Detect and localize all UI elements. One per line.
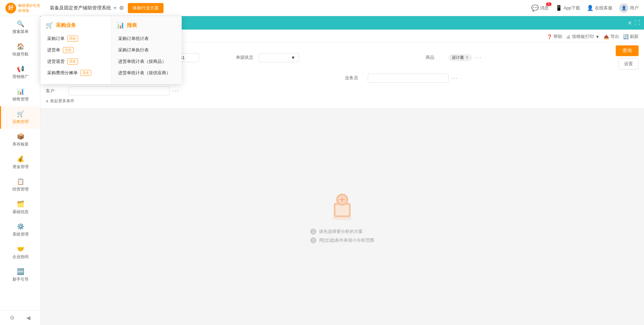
print-action[interactable]: 🖨 按模板打印 ▼ [566, 34, 600, 40]
menu-item-purchase-order[interactable]: 采购订单 历史 [46, 33, 106, 44]
message-badge: 5 [546, 2, 551, 6]
empty-tips: 1 请先选择要分析的方案 2 用[过滤]条件来缩小分析范围 [310, 229, 374, 243]
menu-incoming-stats-supplier-label: 进货单统计表（按供应商） [118, 70, 171, 76]
menu-reports-title: 报表 [127, 22, 137, 29]
collapse-up-icon: ∧ [46, 99, 49, 104]
menu-item-order-stats[interactable]: 采购订单统计表 [117, 33, 177, 44]
sidebar-item-search[interactable]: 🔍 搜索菜单 [0, 16, 40, 39]
system-dropdown-icon[interactable]: ▼ [113, 6, 117, 10]
cost-share-history-badge: 历史 [80, 70, 91, 76]
header-right: 💬 消息 5 📱 App下载 👤 在线客服 👤 用户 [531, 3, 639, 13]
logo-area: 好 畅捷通好生意 标准版 [5, 3, 46, 13]
salesperson-input[interactable] [368, 74, 449, 83]
industry-button[interactable]: 体验行业方案 [128, 3, 164, 13]
marketing-icon: 📢 [17, 65, 24, 73]
sidebar-item-capital[interactable]: 💰 资金管理 [0, 151, 40, 174]
help-action[interactable]: ❓ 帮助 [547, 34, 562, 40]
collapse-button[interactable]: ∧ 收起更多条件 [46, 98, 639, 104]
avatar: 👤 [619, 3, 629, 13]
sidebar-item-marketing[interactable]: 📢 营销推广 [0, 61, 40, 84]
doc-status-select[interactable]: ▼ [259, 53, 299, 62]
export-icon: 📤 [604, 34, 609, 39]
sidebar-item-system[interactable]: ⚙️ 系统管理 [0, 219, 40, 241]
menu-item-incoming-stats-supplier[interactable]: 进货单统计表（按供应商） [117, 67, 177, 79]
customer-more-icon[interactable]: ··· [172, 87, 179, 94]
settings-bottom-icon[interactable]: ⚙ [10, 315, 14, 321]
doc-status-label: 单据状态 [236, 54, 256, 60]
sidebar-item-inventory[interactable]: 📦 库存核算 [0, 129, 40, 151]
sidebar-item-basicinfo[interactable]: 🗂️ 基础信息 [0, 196, 40, 219]
refresh-icon: 🔄 [623, 34, 629, 39]
sidebar-item-system-label: 系统管理 [12, 232, 29, 237]
sidebar-item-operation-label: 经营管理 [12, 187, 29, 192]
svg-rect-2 [335, 205, 349, 215]
sidebar-item-search-label: 搜索菜单 [12, 29, 29, 35]
sidebar-item-purchase[interactable]: 🛒 采购管理 [0, 106, 40, 129]
logo-text: 畅捷通好生意 标准版 [18, 3, 40, 13]
salesperson-more-icon[interactable]: ··· [451, 75, 458, 82]
empty-state: 1 请先选择要分析的方案 2 用[过滤]条件来缩小分析范围 [40, 108, 644, 325]
print-icon: 🖨 [566, 34, 571, 39]
sidebar-nav: 🔍 搜索菜单 🏠 快捷导航 📢 营销推广 📊 销售管理 🛒 采购管理 📦 [0, 16, 40, 286]
sidebar-item-guide-label: 新手引导 [12, 277, 29, 282]
service-icon: 👤 [587, 5, 594, 11]
export-action[interactable]: 📤 导出 [604, 34, 619, 40]
system-title: 装备及固定资产辅助管理系统 [50, 5, 111, 11]
tip-2-text: 用[过滤]条件来缩小分析范围 [319, 237, 374, 243]
sidebar: 🔍 搜索菜单 🏠 快捷导航 📢 营销推广 📊 销售管理 🛒 采购管理 📦 [0, 16, 40, 325]
logo-icon: 好 [5, 3, 16, 13]
sidebar-item-enterprise[interactable]: 🤝 企业协同 [0, 241, 40, 264]
system-settings-icon[interactable]: ⚙ [119, 5, 124, 11]
empty-tip-2: 2 用[过滤]条件来缩小分析范围 [310, 237, 374, 243]
menu-return-label: 进货退货 [47, 58, 65, 65]
tab-window-buttons: ✕ ⛶ [628, 20, 640, 26]
tab-close-window-icon[interactable]: ✕ [628, 20, 632, 26]
tip-1-num: 1 [310, 229, 316, 235]
incoming-history-badge: 历史 [63, 47, 74, 53]
sidebar-item-sales-label: 销售管理 [12, 96, 29, 102]
menu-item-cost-share[interactable]: 采购费用分摊单 历史 [46, 67, 106, 79]
tab-maximize-icon[interactable]: ⛶ [635, 20, 640, 26]
app-icon: 📱 [556, 5, 562, 11]
sidebar-item-inventory-label: 库存核算 [12, 141, 29, 147]
help-label: 帮助 [553, 34, 562, 40]
app-download-action[interactable]: 📱 App下载 [556, 5, 580, 11]
menu-incoming-stats-goods-label: 进货单统计表（按商品） [118, 58, 166, 65]
menu-business-title: 采购业务 [56, 22, 76, 29]
message-icon: 💬 [531, 4, 539, 12]
filter-row-3: 客户 ··· [46, 86, 639, 95]
system-title-area: 装备及固定资产辅助管理系统 ▼ ⚙ [50, 5, 124, 11]
sidebar-item-basicinfo-label: 基础信息 [12, 209, 29, 215]
sidebar-item-guide[interactable]: 🆕 新手引导 [0, 264, 40, 286]
purchase-order-history-badge: 历史 [67, 36, 78, 42]
sidebar-item-sales[interactable]: 📊 销售管理 [0, 84, 40, 106]
sidebar-item-operation[interactable]: 📋 经营管理 [0, 174, 40, 196]
goods-tag-close-icon[interactable]: ✕ [465, 55, 469, 60]
online-service-action[interactable]: 👤 在线客服 [587, 5, 612, 11]
top-header: 好 畅捷通好生意 标准版 装备及固定资产辅助管理系统 ▼ ⚙ 体验行业方案 💬 … [0, 0, 644, 16]
menu-order-stats-label: 采购订单统计表 [118, 36, 149, 42]
user-action[interactable]: 👤 用户 [619, 3, 639, 13]
basicinfo-icon: 🗂️ [17, 200, 24, 208]
menu-incoming-label: 进货单 [47, 47, 60, 53]
menu-item-return[interactable]: 进货退货 历史 [46, 56, 106, 67]
customer-input[interactable] [69, 86, 170, 95]
sidebar-item-quicknav[interactable]: 🏠 快捷导航 [0, 39, 40, 61]
purchase-icon: 🛒 [17, 110, 24, 118]
menu-item-incoming-stats-goods[interactable]: 进货单统计表（按商品） [117, 56, 177, 67]
goods-label: 商品 [426, 54, 446, 60]
doc-status-field: 单据状态 ▼ [236, 53, 421, 62]
message-action[interactable]: 💬 消息 5 [531, 4, 549, 12]
menu-item-incoming[interactable]: 进货单 历史 [46, 44, 106, 56]
goods-more-icon[interactable]: ··· [475, 54, 482, 61]
sidebar-bottom: ⚙ ◀ [0, 310, 40, 325]
collapse-label: 收起更多条件 [50, 98, 74, 104]
menu-purchase-order-label: 采购订单 [47, 36, 65, 42]
collapse-sidebar-icon[interactable]: ◀ [26, 315, 30, 321]
menu-item-order-exec[interactable]: 采购订单执行表 [117, 44, 177, 56]
print-label: 按模板打印 [572, 34, 594, 40]
menu-order-exec-label: 采购订单执行表 [118, 47, 149, 53]
settings-button[interactable]: 设置 [618, 58, 639, 70]
query-button[interactable]: 查询 [616, 45, 639, 56]
refresh-action[interactable]: 🔄 刷新 [623, 34, 639, 40]
